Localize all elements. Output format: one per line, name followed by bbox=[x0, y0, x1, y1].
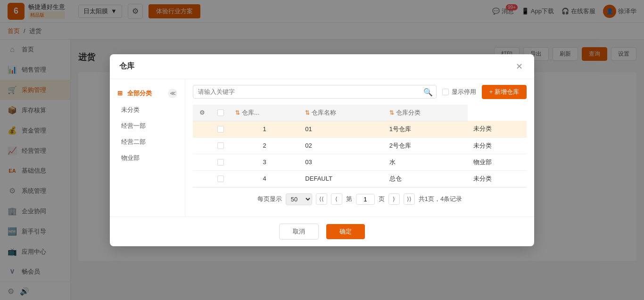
row-check-4[interactable] bbox=[212, 170, 230, 187]
modal-close-button[interactable]: ✕ bbox=[513, 61, 525, 72]
row-name-4: 总仓 bbox=[384, 170, 468, 187]
row-cat-3: 物业部 bbox=[468, 154, 527, 170]
pagination: 每页显示 50 10 20 100 ⟨⟨ ⟨ 第 页 ⟩ ⟩⟩ 共1页，4条记录 bbox=[193, 187, 527, 211]
collapse-panel-button[interactable]: ≪ bbox=[168, 89, 177, 98]
row-code-4: DEFAULT bbox=[299, 170, 383, 187]
row-num-4: 4 bbox=[230, 170, 299, 187]
category-item-3[interactable]: 物业部 bbox=[110, 150, 185, 166]
row-cat-1: 未分类 bbox=[468, 121, 527, 137]
th-code: ⇅仓库... bbox=[230, 105, 299, 121]
table-header: ⚙ ⇅仓库... ⇅仓库名称 ⇅仓库分类 bbox=[193, 105, 527, 121]
row-check-2[interactable] bbox=[212, 137, 230, 154]
th-name: ⇅仓库名称 bbox=[299, 105, 383, 121]
next-page-button[interactable]: ⟩ bbox=[388, 193, 400, 205]
modal-header: 仓库 ✕ bbox=[110, 54, 534, 79]
search-input-wrap: 🔍 bbox=[193, 85, 437, 99]
modal-title: 仓库 bbox=[119, 61, 134, 71]
row-checkbox-4[interactable] bbox=[217, 175, 224, 182]
cancel-button[interactable]: 取消 bbox=[279, 224, 319, 240]
category-panel: ⊞ 全部分类 ≪ 未分类 经营一部 经营二部 物业部 bbox=[110, 79, 185, 217]
row-check-1[interactable] bbox=[212, 121, 230, 137]
table-panel: 🔍 显示停用 + 新增仓库 ⚙ bbox=[185, 79, 534, 217]
add-warehouse-button[interactable]: + 新增仓库 bbox=[482, 85, 527, 99]
row-cat-4: 未分类 bbox=[468, 170, 527, 187]
row-num-1: 1 bbox=[230, 121, 299, 137]
row-checkbox-3[interactable] bbox=[217, 159, 224, 166]
per-page-select[interactable]: 50 10 20 100 bbox=[286, 193, 312, 205]
row-code-2: 02 bbox=[299, 137, 383, 154]
row-actions-2 bbox=[193, 137, 212, 154]
row-actions-4 bbox=[193, 170, 212, 187]
table-row[interactable]: 3 03 水 物业部 bbox=[193, 154, 527, 170]
category-item-1[interactable]: 经营一部 bbox=[110, 118, 185, 134]
page-prefix-label: 第 bbox=[346, 195, 352, 203]
table-row[interactable]: 1 01 1号仓库 未分类 bbox=[193, 121, 527, 137]
row-name-3: 水 bbox=[384, 154, 468, 170]
modal-body: ⊞ 全部分类 ≪ 未分类 经营一部 经营二部 物业部 bbox=[110, 79, 534, 217]
page-suffix-label: 页 bbox=[379, 195, 385, 203]
show-disabled-checkbox[interactable] bbox=[442, 89, 449, 95]
prev-page-button[interactable]: ⟨ bbox=[331, 193, 342, 205]
table-row[interactable]: 2 02 2号仓库 未分类 bbox=[193, 137, 527, 154]
category-item-0[interactable]: 未分类 bbox=[110, 102, 185, 118]
category-label-3: 物业部 bbox=[121, 154, 140, 161]
row-check-3[interactable] bbox=[212, 154, 230, 170]
show-disabled-label: 显示停用 bbox=[452, 88, 476, 96]
modal-overlay: 仓库 ✕ ⊞ 全部分类 ≪ 未分类 经营一部 bbox=[0, 0, 644, 300]
category-label-1: 经营一部 bbox=[121, 122, 146, 129]
page-number-input[interactable] bbox=[356, 194, 375, 205]
row-num-3: 3 bbox=[230, 154, 299, 170]
table-wrapper: ⚙ ⇅仓库... ⇅仓库名称 ⇅仓库分类 1 bbox=[193, 105, 527, 187]
sort-icon-name: ⇅ bbox=[305, 109, 310, 116]
row-name-1: 1号仓库 bbox=[384, 121, 468, 137]
row-code-3: 03 bbox=[299, 154, 383, 170]
category-label-2: 经营二部 bbox=[121, 138, 146, 145]
table-body: 1 01 1号仓库 未分类 2 02 2号仓库 bbox=[193, 121, 527, 187]
confirm-button[interactable]: 确定 bbox=[326, 224, 365, 239]
sort-icon-code: ⇅ bbox=[235, 109, 240, 116]
row-actions-1 bbox=[193, 121, 212, 137]
warehouse-modal: 仓库 ✕ ⊞ 全部分类 ≪ 未分类 经营一部 bbox=[110, 54, 534, 246]
row-name-2: 2号仓库 bbox=[384, 137, 468, 154]
all-category-label: 全部分类 bbox=[127, 90, 152, 97]
search-icon[interactable]: 🔍 bbox=[423, 87, 433, 96]
all-category-item[interactable]: ⊞ 全部分类 ≪ bbox=[110, 85, 185, 102]
table-toolbar: 🔍 显示停用 + 新增仓库 bbox=[193, 85, 527, 99]
category-label-0: 未分类 bbox=[121, 106, 140, 113]
sort-icon-cat: ⇅ bbox=[389, 109, 394, 116]
row-code-1: 01 bbox=[299, 121, 383, 137]
warehouse-table: ⚙ ⇅仓库... ⇅仓库名称 ⇅仓库分类 1 bbox=[193, 105, 527, 187]
total-records-label: 共1页，4条记录 bbox=[419, 195, 462, 203]
search-input[interactable] bbox=[193, 85, 437, 99]
table-row[interactable]: 4 DEFAULT 总仓 未分类 bbox=[193, 170, 527, 187]
row-cat-2: 未分类 bbox=[468, 137, 527, 154]
category-item-2[interactable]: 经营二部 bbox=[110, 134, 185, 150]
row-num-2: 2 bbox=[230, 137, 299, 154]
th-checkbox bbox=[212, 105, 230, 121]
row-actions-3 bbox=[193, 154, 212, 170]
row-checkbox-2[interactable] bbox=[217, 142, 224, 149]
modal-footer: 取消 确定 bbox=[110, 217, 534, 246]
row-checkbox-1[interactable] bbox=[217, 126, 224, 133]
th-category: ⇅仓库分类 bbox=[384, 105, 468, 121]
last-page-button[interactable]: ⟩⟩ bbox=[404, 193, 415, 205]
th-gear: ⚙ bbox=[193, 105, 212, 121]
first-page-button[interactable]: ⟨⟨ bbox=[316, 193, 327, 205]
show-disabled-toggle[interactable]: 显示停用 bbox=[442, 88, 476, 96]
per-page-label: 每页显示 bbox=[257, 195, 282, 203]
grid-icon: ⊞ bbox=[117, 90, 123, 97]
select-all-checkbox[interactable] bbox=[217, 109, 224, 116]
